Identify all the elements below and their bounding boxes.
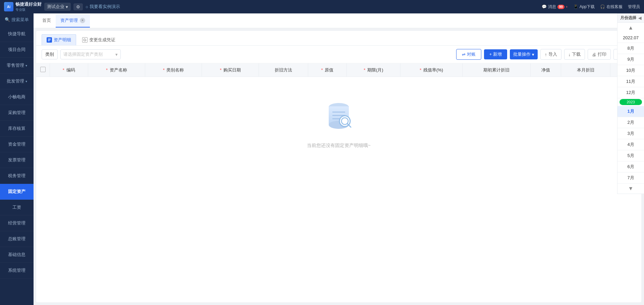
sidebar-item-wholesale[interactable]: 批发管理 ▾ (0, 73, 34, 89)
demo-link[interactable]: ○ 我要看实例演示 (86, 4, 120, 10)
tab-asset-mgmt[interactable]: 资产管理 × (56, 14, 90, 28)
sidebar-item-management[interactable]: 经营管理 (0, 215, 34, 231)
sub-tab-asset-detail[interactable]: 资产明细 (42, 34, 76, 45)
month-list: 2022.07 8月 9月 10月 11月 12月 2023 1月 (618, 33, 644, 184)
company-selector[interactable]: 测试企业 ▾ (44, 3, 71, 11)
tab-close-btn[interactable]: × (80, 18, 85, 23)
print-btn[interactable]: 🖨 打印 (588, 49, 611, 60)
month-label-apr: 4月 (627, 142, 634, 147)
month-item-aug[interactable]: 8月 (618, 43, 644, 54)
settings-btn[interactable]: ⚙ (73, 3, 83, 10)
month-label-2022-07: 2022.07 (623, 35, 639, 40)
month-nav-bottom: ▼ (618, 184, 644, 194)
category-filter-label[interactable]: 类别 (42, 49, 58, 59)
month-item-jun[interactable]: 6月 (618, 161, 644, 172)
month-item-feb[interactable]: 2月 (618, 117, 644, 128)
month-nav: ▲ (618, 23, 644, 33)
app-download-text: App下载 (580, 4, 595, 10)
sidebar-item-fund[interactable]: 资金管理 (0, 137, 34, 152)
online-service-btn[interactable]: 🎧 在线客服 (600, 4, 623, 10)
col-net-value-label: 净值 (541, 67, 550, 72)
message-btn[interactable]: 💬 消息 99 + (542, 4, 568, 10)
print-label: 打印 (598, 51, 606, 57)
brand-sub: 专业版 (15, 7, 42, 12)
demo-icon: ○ (86, 4, 88, 9)
add-btn[interactable]: + 新增 (484, 49, 507, 59)
sidebar-item-salary[interactable]: 工资 (0, 200, 34, 215)
topbar-right: 💬 消息 99 + 📱 App下载 🎧 在线客服 管理员 (542, 4, 640, 10)
col-code: * 编码 (50, 63, 88, 77)
app-download-btn[interactable]: 📱 App下载 (573, 4, 595, 10)
message-icon: 💬 (542, 4, 547, 9)
col-code-label: 编码 (66, 67, 75, 72)
month-label-may: 5月 (627, 153, 634, 158)
month-item-may[interactable]: 5月 (618, 150, 644, 161)
batch-btn[interactable]: 批量操作 ▾ (510, 49, 538, 59)
category-select[interactable]: 请选择固定资产类别 ▾ (60, 49, 121, 59)
sidebar-item-ledger[interactable]: 总账管理 (0, 231, 34, 247)
sidebar-item-invoice[interactable]: 发票管理 (0, 152, 34, 168)
collapse-btn[interactable]: ◀ (638, 16, 641, 20)
sidebar-search-btn[interactable]: 🔍 搜索菜单 (0, 13, 34, 26)
month-item-oct[interactable]: 10月 (618, 65, 644, 76)
empty-state: 当前您还没有固定资产明细哦~ (36, 77, 641, 169)
month-item-jul[interactable]: 7月 (618, 172, 644, 184)
message-badge: 99 (557, 5, 565, 9)
col-checkbox (36, 63, 50, 77)
tab-home[interactable]: 首页 (38, 14, 56, 28)
user-info[interactable]: 管理员 (628, 4, 640, 10)
sidebar-item-purchase[interactable]: 采购管理 (0, 105, 34, 121)
toolbar: 类别 请选择固定资产类别 ▾ ⇌ 对账 + 新增 (36, 46, 641, 63)
sub-tab-change-voucher[interactable]: 变更生成凭证 (77, 35, 120, 45)
month-item-dec[interactable]: 12月 (618, 87, 644, 98)
sidebar-item-inventory[interactable]: 库存核算 (0, 121, 34, 137)
add-label: + 新增 (489, 52, 502, 57)
sidebar-item-label-retail: 零售管理 (7, 62, 24, 68)
topbar: Ai 畅捷通好业财 专业版 测试企业 ▾ ⚙ ○ 我要看实例演示 💬 消息 99… (0, 0, 644, 13)
month-item-mar[interactable]: 3月 (618, 128, 644, 139)
col-depreciation-method: 折旧方法 (259, 63, 308, 77)
sidebar-item-label-fund: 资金管理 (8, 141, 25, 147)
reconcile-btn[interactable]: ⇌ 对账 (456, 49, 481, 60)
month-item-apr[interactable]: 4月 (618, 139, 644, 150)
category-label-text: 类别 (45, 51, 54, 57)
brand-logo: Ai (4, 2, 13, 11)
import-btn[interactable]: ↑ 导入 (540, 49, 561, 60)
sidebar-item-label-basic-info: 基础信息 (8, 252, 25, 258)
month-label-oct: 10月 (626, 68, 635, 73)
reconcile-label: 对账 (467, 51, 476, 57)
sidebar-item-tax[interactable]: 税务管理 (0, 168, 34, 184)
change-voucher-icon (82, 37, 88, 43)
month-item-2022-07[interactable]: 2022.07 (618, 33, 644, 43)
sidebar-item-system[interactable]: 系统管理 (0, 263, 34, 278)
download-btn[interactable]: ↓ 下载 (564, 49, 585, 60)
batch-label: 批量操作 (513, 51, 531, 57)
month-panel-header: 月份选择 ◀ (618, 13, 644, 23)
sidebar-item-label-purchase: 采购管理 (8, 110, 25, 116)
sidebar: 🔍 搜索菜单 快捷导航 项目合同 零售管理 ▾ 批发管理 ▾ 小畅电商 采购管理… (0, 13, 34, 305)
empty-row: 当前您还没有固定资产明细哦~ (36, 77, 641, 169)
month-item-nov[interactable]: 11月 (618, 76, 644, 87)
sidebar-item-quicknav[interactable]: 快捷导航 (0, 26, 34, 42)
sidebar-item-fixed-assets[interactable]: 固定资产 (0, 184, 34, 200)
svg-rect-0 (48, 39, 51, 39)
month-nav-up[interactable]: ▲ (626, 24, 636, 32)
sidebar-item-project[interactable]: 项目合同 (0, 42, 34, 58)
sidebar-item-retail[interactable]: 零售管理 ▾ (0, 58, 34, 73)
col-period: * 期限(月) (346, 63, 400, 77)
select-all-checkbox[interactable] (40, 67, 46, 72)
month-nav-down[interactable]: ▼ (626, 185, 636, 192)
col-accumulated-label: 期初累计折旧 (483, 67, 509, 72)
month-item-jan[interactable]: 1月 (618, 106, 644, 117)
brand: Ai 畅捷通好业财 专业版 (4, 1, 42, 12)
sidebar-item-ecommerce[interactable]: 小畅电商 (0, 89, 34, 105)
sidebar-item-label-inventory: 库存核算 (8, 125, 25, 132)
col-current-dep-label: 本月折旧 (577, 67, 594, 72)
col-original-value: * 原值 (308, 63, 346, 77)
sidebar-item-basic-info[interactable]: 基础信息 (0, 247, 34, 263)
chevron-down-icon: ▾ (25, 64, 27, 67)
brand-info: 畅捷通好业财 专业版 (15, 1, 42, 12)
reconcile-icon: ⇌ (462, 52, 466, 57)
month-item-sep[interactable]: 9月 (618, 54, 644, 65)
dropdown-icon: ▾ (66, 4, 68, 9)
